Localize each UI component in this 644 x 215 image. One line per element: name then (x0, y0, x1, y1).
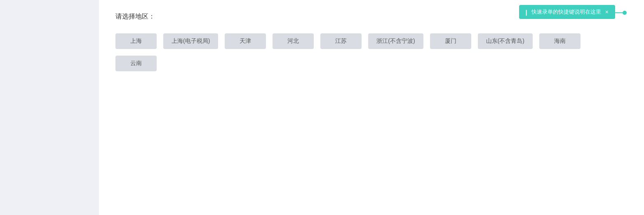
region-btn-zhejiang[interactable]: 浙江(不含宁波) (368, 33, 423, 49)
region-btn-jiangsu[interactable]: 江苏 (320, 33, 362, 49)
region-btn-shanghai-etax[interactable]: 上海(电子税局) (163, 33, 218, 49)
region-btn-yunnan[interactable]: 云南 (115, 56, 157, 71)
region-btn-hainan[interactable]: 海南 (539, 33, 581, 49)
region-button-group: 上海 上海(电子税局) 天津 河北 江苏 浙江(不含宁波) 厦门 山东(不含青岛… (115, 33, 628, 71)
region-btn-xiamen[interactable]: 厦门 (430, 33, 471, 49)
main-content: 请选择地区： 上海 上海(电子税局) 天津 河北 江苏 浙江(不含宁波) 厦门 … (99, 0, 644, 215)
region-btn-tianjin[interactable]: 天津 (225, 33, 266, 49)
region-btn-hebei[interactable]: 河北 (273, 33, 314, 49)
left-sidebar (0, 0, 99, 215)
region-btn-shandong[interactable]: 山东(不含青岛) (478, 33, 533, 49)
region-btn-shanghai[interactable]: 上海 (115, 33, 157, 49)
tooltip-text: 快速录单的快捷键说明在这里 (531, 8, 601, 16)
tooltip-connector-dot (623, 11, 627, 15)
tooltip-close-button[interactable]: × (605, 9, 609, 15)
tooltip-banner: 快速录单的快捷键说明在这里 × (519, 5, 615, 19)
